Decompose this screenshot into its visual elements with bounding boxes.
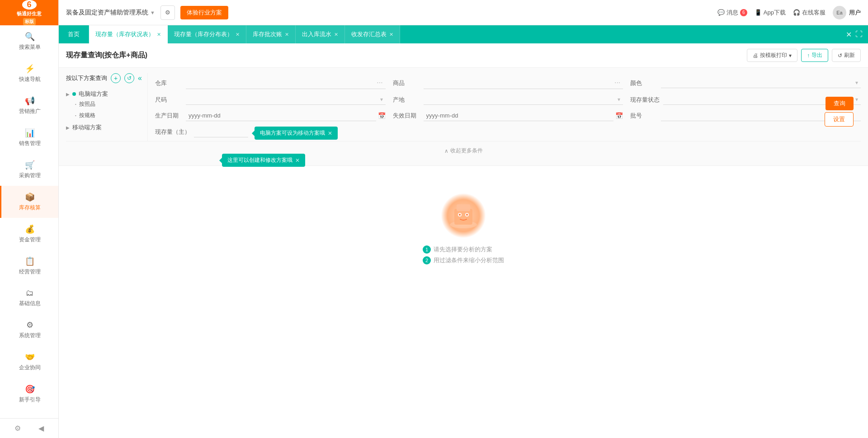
pc-scheme-label: 电脑端方案: [79, 90, 108, 98]
sidebar-item-quick-nav[interactable]: ⚡ 快速导航: [0, 57, 58, 89]
warehouse-dots-icon[interactable]: ···: [377, 79, 382, 87]
sidebar-item-inventory[interactable]: 📦 库存核算: [0, 186, 58, 218]
empty-tip-1: 1 请先选择要分析的方案: [423, 245, 504, 254]
sub-scheme-label: 按照品: [79, 100, 95, 108]
sidebar-item-label: 企业协同: [19, 364, 41, 372]
pc-scheme-item[interactable]: ▶ 电脑端方案: [66, 89, 142, 99]
chevron-down-icon[interactable]: ▾: [618, 96, 620, 103]
warehouse-label: 仓库: [155, 79, 182, 87]
sub-scheme-item[interactable]: • 按规格: [75, 111, 142, 120]
sidebar-item-label: 搜索菜单: [19, 43, 41, 51]
sidebar-item-sales[interactable]: 📊 销售管理: [0, 122, 58, 154]
exp-date-label: 失效日期: [393, 112, 420, 120]
filter-field-color: 颜色 ▾: [630, 78, 861, 88]
user-menu[interactable]: Ea 用户: [833, 6, 861, 19]
calendar-icon[interactable]: 📅: [615, 112, 623, 119]
message-btn[interactable]: 💬 消息 6: [717, 9, 747, 17]
industry-btn[interactable]: 体验行业方案: [180, 6, 228, 19]
collapse-label: 收起更多条件: [450, 147, 483, 155]
chevron-down-icon: ▼: [150, 10, 155, 15]
sidebar-item-operation[interactable]: 📋 经营管理: [0, 250, 58, 282]
tab-inventory-dist[interactable]: 现存量（库存分布表） ✕: [168, 25, 246, 43]
user-label: 用户: [849, 9, 861, 17]
tab-close-icon[interactable]: ✕: [236, 32, 240, 38]
export-btn[interactable]: ↑ 导出: [801, 49, 828, 62]
exp-date-input[interactable]: [424, 110, 614, 121]
filter-more-btn[interactable]: «: [138, 75, 142, 82]
tab-in-out-flow[interactable]: 出入库流水 ✕: [296, 25, 345, 43]
mfg-date-input[interactable]: [186, 110, 376, 121]
color-input[interactable]: ▾: [661, 78, 861, 88]
sidebar-item-guide[interactable]: 🎯 新手引导: [0, 378, 58, 410]
chevron-down-icon[interactable]: ▾: [855, 80, 858, 86]
mobile-scheme-item[interactable]: ▶ 移动端方案: [66, 122, 142, 133]
collapse-btn[interactable]: ∧ 收起更多条件: [444, 147, 483, 155]
sidebar-item-finance[interactable]: 💰 资金管理: [0, 218, 58, 250]
tab-home[interactable]: 首页: [59, 25, 89, 43]
set-btn[interactable]: 设置: [825, 112, 854, 127]
app-download-btn[interactable]: 📱 App下载: [755, 9, 786, 17]
warehouse-input[interactable]: ···: [186, 77, 386, 89]
mobile-scheme-label: 移动端方案: [72, 123, 102, 132]
sub-scheme-label: 按规格: [79, 112, 95, 119]
empty-illustration: [441, 193, 486, 238]
tooltip-create-close[interactable]: ✕: [295, 157, 300, 164]
tab-close-icon[interactable]: ✕: [389, 32, 393, 38]
filter-field-mfg-date: 生产日期 📅: [155, 110, 386, 121]
stock-main-label: 现存量（主）: [155, 128, 190, 136]
header-settings-btn[interactable]: ⚙: [160, 5, 175, 20]
sidebar-item-enterprise[interactable]: 🤝 企业协同: [0, 346, 58, 378]
sidebar-item-label: 销售管理: [19, 140, 41, 147]
tab-close-icon[interactable]: ✕: [334, 32, 338, 38]
print-label: 按模板打印: [760, 52, 787, 59]
online-support-btn[interactable]: 🎧 在线客服: [793, 9, 826, 17]
tab-inventory-status[interactable]: 现存量（库存状况表） ✕: [89, 25, 168, 43]
chevron-up-icon: ∧: [444, 148, 448, 154]
refresh-icon: ↺: [838, 52, 842, 59]
sidebar-item-label: 库存核算: [19, 204, 41, 212]
tabs-close-btn[interactable]: ✕: [846, 30, 852, 39]
sidebar-item-basic[interactable]: 🗂 基础信息: [0, 282, 58, 314]
tab-label: 库存批次账: [253, 30, 282, 38]
calendar-icon[interactable]: 📅: [378, 112, 386, 119]
filter-field-size: 尺码 ▾: [155, 94, 386, 105]
tabs-actions: ✕ ⛶: [846, 30, 868, 39]
sidebar-settings-btn[interactable]: ⚙: [14, 424, 21, 433]
tab-batch-account[interactable]: 库存批次账 ✕: [246, 25, 296, 43]
tab-close-icon[interactable]: ✕: [157, 32, 161, 38]
origin-input[interactable]: ▾: [424, 94, 623, 105]
tooltip-pc-close[interactable]: ✕: [328, 130, 332, 137]
goods-input[interactable]: ···: [424, 77, 623, 89]
filter-label: 按以下方案查询: [66, 74, 107, 82]
system-icon: ⚙: [26, 320, 33, 330]
size-input[interactable]: ▾: [186, 94, 386, 105]
headset-icon: 🎧: [793, 9, 800, 16]
tab-receive-summary[interactable]: 收发存汇总表 ✕: [345, 25, 400, 43]
refresh-btn[interactable]: ↺ 刷新: [832, 49, 861, 62]
query-btn[interactable]: 查询: [826, 97, 854, 110]
sidebar-item-search[interactable]: 🔍 搜索菜单: [0, 25, 58, 57]
sidebar-item-purchase[interactable]: 🛒 采购管理: [0, 154, 58, 186]
sidebar-item-label: 基础信息: [19, 300, 41, 307]
operation-icon: 📋: [25, 256, 35, 266]
sub-scheme-list: • 按照品 • 按规格: [75, 99, 142, 120]
chevron-down-icon[interactable]: ▾: [380, 96, 383, 103]
print-btn[interactable]: 🖨 按模板打印 ▾: [747, 49, 797, 62]
tooltip-create-text: 这里可以创建和修改方案哦: [227, 156, 292, 164]
system-selector[interactable]: 装备及固定资产辅助管理系统 ▼: [66, 9, 155, 17]
sidebar-item-marketing[interactable]: 📢 营销推广: [0, 89, 58, 122]
stock-main-from[interactable]: [194, 127, 248, 137]
filter-refresh-btn[interactable]: ↺: [124, 73, 134, 83]
filter-add-btn[interactable]: +: [111, 73, 121, 83]
sidebar-collapse-btn[interactable]: ◀: [38, 424, 44, 433]
goods-dots-icon[interactable]: ···: [614, 79, 620, 87]
sub-scheme-item[interactable]: • 按照品: [75, 99, 142, 109]
tab-close-icon[interactable]: ✕: [285, 32, 289, 38]
svg-point-5: [459, 214, 461, 216]
tabs-fullscreen-btn[interactable]: ⛶: [855, 30, 863, 38]
chevron-down-icon[interactable]: ▾: [855, 96, 858, 103]
sidebar-item-system[interactable]: ⚙ 系统管理: [0, 314, 58, 346]
header: 装备及固定资产辅助管理系统 ▼ ⚙ 体验行业方案 💬 消息 6 📱 App下载 …: [59, 0, 868, 25]
svg-rect-2: [457, 204, 470, 211]
empty-tip-1-text: 请先选择要分析的方案: [434, 245, 492, 254]
